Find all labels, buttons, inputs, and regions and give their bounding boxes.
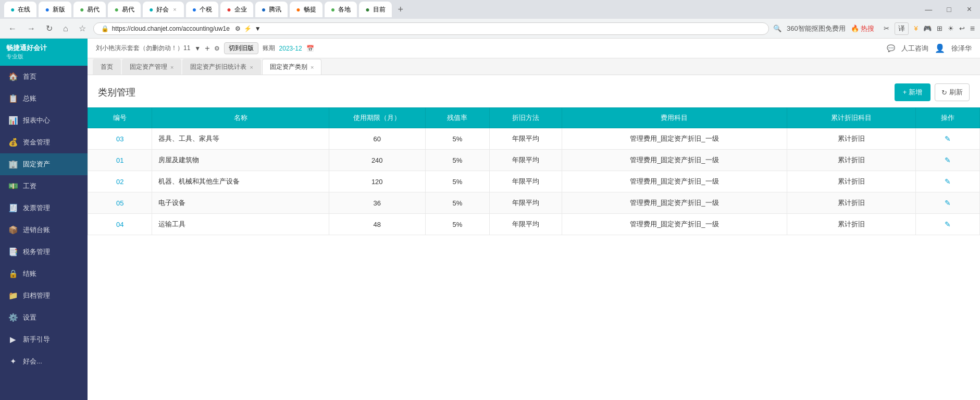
browser-tab-10[interactable]: ● 目前 <box>359 2 391 17</box>
browser-tab-2[interactable]: ● 易代 <box>73 2 106 17</box>
period-label: 账期 <box>263 44 275 53</box>
edit-button-3[interactable]: ✎ <box>941 198 954 208</box>
translate-btn[interactable]: 译 <box>895 22 909 35</box>
cell-method-1: 年限平均 <box>490 150 562 171</box>
cell-rate-0: 5% <box>425 128 489 150</box>
cell-id-1[interactable]: 01 <box>88 150 152 171</box>
address-bar[interactable]: 🔒 https://cloud.chanjet.com/accounting/u… <box>93 22 769 35</box>
edit-button-2[interactable]: ✎ <box>941 176 954 187</box>
tab-label-5: 个税 <box>200 5 212 14</box>
cell-action-2: ✎ <box>915 171 979 192</box>
sidebar-label-fixed: 固定资产 <box>23 160 50 169</box>
tab-close-fixed-category[interactable]: × <box>311 64 314 70</box>
refresh-icon: ↻ <box>941 89 947 96</box>
back-button[interactable]: ← <box>5 22 20 35</box>
cell-id-2[interactable]: 02 <box>88 171 152 192</box>
settings-btn[interactable]: ⚙ <box>214 45 220 52</box>
sidebar-item-settings[interactable]: ⚙️ 设置 <box>0 307 88 329</box>
sidebar-item-stockbook[interactable]: 📦 进销台账 <box>0 219 88 241</box>
new-tab-button[interactable]: + <box>394 4 408 15</box>
menu-btn[interactable]: ≡ <box>970 24 975 33</box>
col-header-method: 折旧方法 <box>490 108 562 128</box>
browser-tab-close-4[interactable]: × <box>172 6 177 13</box>
undo-btn[interactable]: ↩ <box>959 25 965 32</box>
period-value: 2023-12 <box>279 45 302 52</box>
col-header-rate: 残值率 <box>425 108 489 128</box>
browser-tab-8[interactable]: ● 畅提 <box>290 2 322 17</box>
cell-method-4: 年限平均 <box>490 214 562 235</box>
sidebar-label-stockbook: 进销台账 <box>23 225 50 235</box>
game-btn[interactable]: 🎮 <box>923 25 932 32</box>
tab-label-home: 首页 <box>101 63 113 71</box>
tab-label-10: 目前 <box>373 5 386 14</box>
sidebar-item-fund[interactable]: 💰 资金管理 <box>0 131 88 153</box>
cell-depreciation-2: 累计折旧 <box>787 171 915 192</box>
window-minimize[interactable]: — <box>922 4 935 15</box>
sidebar-label-settings: 设置 <box>23 313 36 322</box>
home-button[interactable]: ⌂ <box>60 22 71 35</box>
refresh-button[interactable]: ↻ 刷新 <box>935 83 970 101</box>
sidebar-item-home[interactable]: 🏠 首页 <box>0 66 88 88</box>
calendar-icon[interactable]: 📅 <box>306 45 314 52</box>
browser-tab-7[interactable]: ● 腾讯 <box>255 2 288 17</box>
cell-id-0[interactable]: 03 <box>88 128 152 150</box>
table-row: 03 器具、工具、家具等 60 5% 年限平均 管理费用_固定资产折旧_一级 累… <box>88 128 980 150</box>
switch-old-version-button[interactable]: 切到旧版 <box>224 42 258 54</box>
user-name: 刘小艳演示套套（勿删勿动！）11 <box>96 44 190 53</box>
sidebar-item-tax[interactable]: 📑 税务管理 <box>0 241 88 263</box>
sidebar-label-tax: 税务管理 <box>23 247 50 257</box>
col-header-expense: 费用科目 <box>562 108 787 128</box>
search-icon: 🔍 <box>773 25 781 32</box>
tab-fixed-mgmt[interactable]: 固定资产管理 × <box>122 59 181 75</box>
window-close[interactable]: × <box>963 4 976 15</box>
edit-button-0[interactable]: ✎ <box>941 134 954 144</box>
bookmark-button[interactable]: ☆ <box>76 21 89 35</box>
browser-tab-5[interactable]: ● 个税 <box>186 2 218 17</box>
sidebar-label-salary: 工资 <box>23 181 36 191</box>
category-table: 编号 名称 使用期限（月） 残值率 折旧方法 费用科目 累计折旧科目 操作 03… <box>88 107 980 235</box>
consult-label[interactable]: 人工咨询 <box>901 44 928 53</box>
browser-tab-1[interactable]: ● 新版 <box>39 2 71 17</box>
sidebar-item-closing[interactable]: 🔒 结账 <box>0 263 88 285</box>
cell-months-0: 60 <box>329 128 425 150</box>
browser-tab-0[interactable]: ● 在线 <box>4 2 36 17</box>
browser-tab-9[interactable]: ● 各地 <box>325 2 357 17</box>
window-maximize[interactable]: □ <box>944 4 954 15</box>
sidebar-item-archive[interactable]: 📁 归档管理 <box>0 285 88 307</box>
table-body: 03 器具、工具、家具等 60 5% 年限平均 管理费用_固定资产折旧_一级 累… <box>88 128 980 235</box>
browser-tab-6[interactable]: ● 企业 <box>220 2 253 17</box>
sidebar-item-guide[interactable]: ▶ 新手引导 <box>0 329 88 350</box>
edit-button-1[interactable]: ✎ <box>941 155 954 165</box>
cell-id-4[interactable]: 04 <box>88 214 152 235</box>
cell-depreciation-4: 累计折旧 <box>787 214 915 235</box>
tab-fixed-depreciation[interactable]: 固定资产折旧统计表 × <box>182 59 260 75</box>
edit-button-4[interactable]: ✎ <box>941 219 954 229</box>
tab-home[interactable]: 首页 <box>93 59 121 75</box>
add-category-button[interactable]: + 新增 <box>895 83 931 101</box>
cell-months-1: 240 <box>329 150 425 171</box>
tab-close-fixed-depreciation[interactable]: × <box>250 64 253 70</box>
grid-btn[interactable]: ⊞ <box>937 25 942 32</box>
add-icon[interactable]: + <box>205 44 209 53</box>
sidebar-item-fixed[interactable]: 🏢 固定资产 <box>0 153 88 175</box>
sidebar-item-report[interactable]: 📊 报表中心 <box>0 110 88 131</box>
browser-tab-3[interactable]: ● 易代 <box>108 2 140 17</box>
sidebar-item-more[interactable]: ✦ 好会... <box>0 350 88 372</box>
forward-button[interactable]: → <box>24 22 39 35</box>
sidebar-item-invoice[interactable]: 🧾 发票管理 <box>0 197 88 219</box>
cell-name-4: 运输工具 <box>152 214 329 235</box>
sidebar-item-salary[interactable]: 💵 工资 <box>0 175 88 197</box>
security-icon: 🔒 <box>101 25 109 32</box>
reload-button[interactable]: ↻ <box>43 21 56 35</box>
consult-icon: 💬 <box>887 44 895 52</box>
tab-close-fixed-mgmt[interactable]: × <box>170 64 173 70</box>
currency-btn[interactable]: ¥ <box>914 25 917 32</box>
tab-fixed-category[interactable]: 固定资产类别 × <box>262 59 321 75</box>
brightness-btn[interactable]: ☀ <box>948 25 954 32</box>
cell-id-3[interactable]: 05 <box>88 192 152 214</box>
page-header: 类别管理 + 新增 ↻ 刷新 <box>88 75 980 107</box>
search-text: 360智能抠图免费用 <box>787 24 846 33</box>
sidebar: 畅捷通好会计 专业版 🏠 首页 📋 总账 📊 报表中心 💰 资金管理 � <box>0 39 88 400</box>
sidebar-item-ledger[interactable]: 📋 总账 <box>0 88 88 110</box>
browser-tab-4[interactable]: ● 好会 × <box>143 2 184 17</box>
